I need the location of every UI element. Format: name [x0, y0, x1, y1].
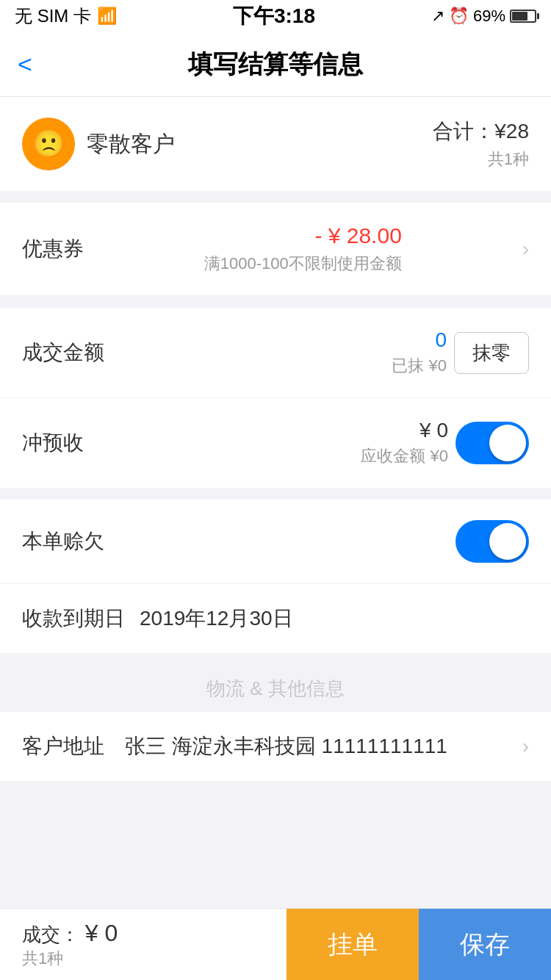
- bottom-info: 成交： ¥ 0 共1种: [0, 920, 287, 970]
- nav-bar: < 填写结算等信息: [0, 32, 551, 97]
- customer-card: 🙁 零散客户 合计：¥28 共1种: [0, 97, 551, 191]
- credit-value-area: [455, 520, 529, 563]
- duedate-label: 收款到期日: [22, 605, 125, 633]
- credit-toggle[interactable]: [455, 520, 529, 563]
- toggle-knob: [489, 425, 526, 461]
- prepayment-value-area: ¥ 0 应收金额 ¥0: [361, 419, 529, 467]
- save-button[interactable]: 保存: [419, 909, 551, 981]
- credit-toggle-knob: [489, 523, 526, 560]
- transaction-card: 成交金额 0 已抹 ¥0 抹零 冲预收 ¥ 0 应收金额 ¥0: [0, 308, 551, 488]
- coupon-amount: - ¥ 28.00: [204, 223, 402, 248]
- location-icon: ↗: [431, 7, 444, 26]
- customer-left: 🙁 零散客户: [22, 118, 175, 170]
- main-content: 🙁 零散客户 合计：¥28 共1种 优惠券 - ¥ 28.00 满1000-10…: [0, 97, 551, 865]
- round-zero-button[interactable]: 抹零: [454, 332, 529, 374]
- customer-right: 合计：¥28 共1种: [433, 118, 529, 170]
- address-value: 张三 海淀永丰科技园 11111111111: [125, 732, 515, 760]
- transaction-row: 成交金额 0 已抹 ¥0 抹零: [0, 308, 551, 398]
- bottom-deal-label: 成交：: [22, 923, 79, 945]
- coupon-row[interactable]: 优惠券 - ¥ 28.00 满1000-100不限制使用金额 ›: [0, 203, 551, 296]
- status-right: ↗ ⏰ 69%: [431, 7, 536, 26]
- hang-button[interactable]: 挂单: [287, 909, 419, 981]
- transaction-value-area: 0 已抹 ¥0 抹零: [392, 328, 529, 377]
- status-time: 下午3:18: [233, 2, 315, 30]
- carrier-label: 无 SIM 卡: [15, 4, 91, 28]
- prepayment-amount: ¥ 0: [361, 419, 448, 442]
- address-card[interactable]: 客户地址 张三 海淀永丰科技园 11111111111 ›: [0, 712, 551, 781]
- coupon-chevron: ›: [522, 237, 529, 261]
- battery-percent: 69%: [473, 7, 505, 26]
- credit-row: 本单赊欠: [0, 500, 551, 583]
- wifi-icon: 📶: [97, 7, 117, 26]
- duedate-row: 收款到期日 2019年12月30日: [0, 583, 551, 653]
- customer-name: 零散客户: [87, 129, 175, 159]
- battery-icon: [510, 10, 536, 23]
- total-label: 合计：¥28: [433, 118, 529, 145]
- total-count: 共1种: [433, 148, 529, 170]
- bottom-bar: 成交： ¥ 0 共1种 挂单 保存: [0, 908, 551, 980]
- transaction-value: 0: [392, 328, 447, 352]
- prepayment-toggle[interactable]: [455, 422, 529, 464]
- credit-label: 本单赊欠: [22, 527, 104, 555]
- coupon-label: 优惠券: [22, 235, 84, 263]
- duedate-value: 2019年12月30日: [140, 605, 293, 633]
- address-chevron: ›: [522, 735, 529, 758]
- page-title: 填写结算等信息: [188, 48, 363, 82]
- customer-row: 🙁 零散客户 合计：¥28 共1种: [0, 97, 551, 191]
- credit-card: 本单赊欠 收款到期日 2019年12月30日: [0, 500, 551, 653]
- transaction-label: 成交金额: [22, 339, 104, 367]
- avatar-icon: 🙁: [32, 129, 65, 159]
- back-button[interactable]: <: [18, 50, 32, 79]
- bottom-amount: ¥ 0: [85, 920, 118, 946]
- coupon-right: - ¥ 28.00 满1000-100不限制使用金额: [204, 223, 402, 275]
- prepayment-label: 冲预收: [22, 429, 84, 457]
- logistics-divider: 物流 & 其他信息: [0, 665, 551, 712]
- bottom-count: 共1种: [22, 948, 264, 970]
- status-left: 无 SIM 卡 📶: [15, 4, 117, 28]
- logistics-label: 物流 & 其他信息: [206, 676, 345, 702]
- address-label: 客户地址: [22, 732, 110, 760]
- address-row[interactable]: 客户地址 张三 海淀永丰科技园 11111111111 ›: [0, 712, 551, 781]
- prepayment-row: 冲预收 ¥ 0 应收金额 ¥0: [0, 398, 551, 488]
- avatar: 🙁: [22, 118, 75, 170]
- status-bar: 无 SIM 卡 📶 下午3:18 ↗ ⏰ 69%: [0, 0, 551, 32]
- coupon-desc: 满1000-100不限制使用金额: [204, 253, 402, 275]
- prepayment-sub: 应收金额 ¥0: [361, 445, 448, 467]
- alarm-icon: ⏰: [449, 7, 469, 26]
- transaction-sub: 已抹 ¥0: [392, 355, 447, 377]
- coupon-card: 优惠券 - ¥ 28.00 满1000-100不限制使用金额 ›: [0, 203, 551, 296]
